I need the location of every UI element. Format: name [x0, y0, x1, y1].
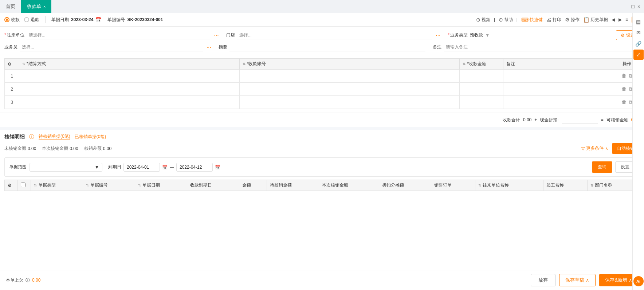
partner-field: *往来单位 ··· — [4, 31, 219, 39]
doc-num-col: ⇅ 单据编号 — [83, 180, 135, 191]
stats-row: 未核销金额 0.00 本次核销金额 0.00 核销差额 0.00 ▽ 更多条件 … — [4, 143, 640, 154]
table2-settings-icon[interactable]: ⚙ — [8, 183, 12, 188]
business-type-arrow[interactable]: ▼ — [485, 33, 490, 38]
video-btn[interactable]: ⊙ 视频 — [476, 17, 490, 23]
amount-cell-2[interactable] — [460, 83, 503, 96]
account-cell-3[interactable] — [239, 96, 460, 109]
settlement-cell-2[interactable] — [19, 83, 240, 96]
table-row: 1 🗑 ⧉ — [5, 70, 640, 83]
verification-info-icon[interactable]: ⓘ — [29, 134, 34, 140]
tab-close-icon[interactable]: × — [43, 4, 46, 9]
summary-input[interactable] — [229, 43, 425, 51]
remark-input[interactable] — [444, 43, 640, 51]
window-max-icon[interactable]: □ — [631, 4, 634, 9]
amount-col: 金额 — [239, 180, 267, 191]
filter-settings-button[interactable]: 设置 — [615, 161, 635, 173]
sidebar-mail-icon[interactable]: ✉ — [633, 28, 644, 38]
date-to-icon[interactable]: 📅 — [215, 165, 220, 170]
staff-more-icon[interactable]: ··· — [207, 44, 211, 51]
discount-input[interactable] — [562, 116, 598, 124]
toolbar-right: ⊙ 视频 | ⊙ 帮助 | ⌨ 快捷键 🖨 打印 ⚙ 操作 📋 — [476, 16, 640, 23]
copy-icon-1[interactable]: ⧉ — [629, 73, 632, 79]
date-to-input[interactable] — [176, 163, 213, 172]
account-cell-1[interactable] — [239, 70, 460, 83]
refund-radio[interactable]: 退款 — [24, 17, 39, 23]
delete-icon-3[interactable]: 🗑 — [621, 99, 627, 105]
range-select-arrow: ▼ — [95, 165, 99, 170]
date-field: 单据日期 2023-03-24 📅 — [51, 17, 102, 23]
store-input[interactable] — [237, 31, 432, 39]
number-field: 单据编号 SK-20230324-001 — [107, 17, 163, 23]
settings-col-header[interactable]: ⚙ — [5, 59, 19, 70]
receive-radio[interactable]: 收款 — [4, 17, 20, 23]
staff-input[interactable] — [20, 43, 203, 51]
bottom-bar: 本单上欠 ⓘ 0.00 放弃 保存草稿 ∧ 保存&新增 ∧ — [0, 270, 644, 290]
remark-cell-2[interactable] — [503, 83, 614, 96]
current-verify-col: 本次核销金额 — [319, 180, 379, 191]
refund-radio-dot — [24, 17, 29, 22]
ai-button[interactable]: Ai — [633, 276, 644, 286]
window-close-icon[interactable]: × — [637, 4, 640, 9]
calendar-icon[interactable]: 📅 — [95, 17, 102, 23]
toolbar: 收款 退款 单据日期 2023-03-24 📅 单据编号 SK-20230324… — [0, 13, 644, 27]
checkbox-col: ⚙ — [5, 180, 18, 191]
main-content: 收款 退款 单据日期 2023-03-24 📅 单据编号 SK-20230324… — [0, 13, 644, 290]
table-row: 3 🗑 ⧉ — [5, 96, 640, 109]
save-draft-button[interactable]: 保存草稿 ∧ — [559, 274, 596, 286]
remark-cell-1[interactable] — [503, 70, 614, 83]
account-cell-2[interactable] — [239, 83, 460, 96]
shortcut-btn[interactable]: ⌨ 快捷键 — [521, 17, 543, 23]
copy-icon-2[interactable]: ⧉ — [629, 86, 632, 92]
partner-more-icon[interactable]: ··· — [214, 32, 219, 39]
select-all-col — [18, 180, 31, 191]
delete-icon-2[interactable]: 🗑 — [621, 86, 627, 92]
filter-buttons: 查询 设置 — [592, 161, 635, 173]
verification-table: ⚙ ⇅ 单据类型 ⇅ 单据编号 — [4, 180, 640, 191]
query-button[interactable]: 查询 — [592, 161, 612, 173]
select-all-checkbox[interactable] — [21, 183, 25, 187]
more-conditions-btn[interactable]: ▽ 更多条件 ∧ — [581, 145, 608, 152]
table-settings-icon[interactable]: ⚙ — [8, 62, 12, 67]
partner-input[interactable] — [27, 31, 211, 39]
table-header-row: ⚙ ⇅ *结算方式 ⇅ *收款账号 — [5, 59, 640, 70]
form-row-1: *往来单位 ··· 门店 ··· *业务类型 预收款 ▼ ⚙ 设置 — [4, 30, 640, 40]
tab-receipt[interactable]: 收款单 × — [21, 0, 51, 13]
prev-btn[interactable]: ◀ — [612, 17, 615, 22]
window-min-icon[interactable]: — — [623, 4, 628, 9]
window-controls: — □ × — [623, 4, 644, 9]
verified-tab[interactable]: 已核销单据(0笔) — [75, 134, 106, 140]
settlement-cell-3[interactable] — [19, 96, 240, 109]
help-btn[interactable]: ⊙ 帮助 — [499, 17, 513, 23]
store-more-icon[interactable]: ··· — [436, 32, 440, 39]
summary-row: 收款合计 0.00 + 现金折扣: = 可核销金额 0.00 — [0, 113, 644, 127]
summary-field: 摘要 — [219, 43, 425, 51]
discard-button[interactable]: 放弃 — [531, 274, 555, 286]
remark-cell-3[interactable] — [503, 96, 614, 109]
date-from-input[interactable] — [123, 163, 160, 172]
history-btn[interactable]: 📋 历史单据 — [583, 17, 608, 23]
filter-row: 单据范围 ▼ 到期日 📅 — 📅 查询 设置 — [4, 157, 640, 177]
range-select[interactable]: ▼ — [30, 163, 102, 172]
amount-cell-1[interactable] — [460, 70, 503, 83]
amount-col-header: ⇅ *收款金额 — [460, 59, 503, 70]
next-btn[interactable]: ▶ — [619, 17, 622, 22]
settlement-cell-1[interactable] — [19, 70, 240, 83]
verification-header: 核销明细 ⓘ 待核销单据(0笔) 已核销单据(0笔) — [4, 133, 640, 140]
copy-icon-3[interactable]: ⧉ — [629, 99, 632, 105]
operation-btn[interactable]: ⚙ 操作 — [565, 17, 580, 23]
pending-tab[interactable]: 待核销单据(0笔) — [39, 133, 70, 140]
draft-arrow-icon: ∧ — [586, 278, 589, 283]
sidebar-link-icon[interactable]: 🔗 — [633, 39, 644, 49]
remark-col-header: 备注 — [503, 59, 614, 70]
print-btn[interactable]: 🖨 打印 — [546, 17, 561, 23]
amount-cell-3[interactable] — [460, 96, 503, 109]
date-from-icon[interactable]: 📅 — [162, 165, 168, 170]
sidebar-expand-icon[interactable]: ⤢ — [633, 50, 644, 60]
bottom-info-icon[interactable]: ⓘ — [25, 277, 30, 283]
list-view-btn[interactable]: ≡ — [625, 17, 628, 22]
sidebar-table-icon[interactable]: ▤ — [633, 17, 644, 27]
tab-home[interactable]: 首页 — [0, 0, 21, 13]
delete-icon-1[interactable]: 🗑 — [621, 73, 627, 79]
table-row: 2 🗑 ⧉ — [5, 83, 640, 96]
doc-type-col: ⇅ 单据类型 — [31, 180, 83, 191]
